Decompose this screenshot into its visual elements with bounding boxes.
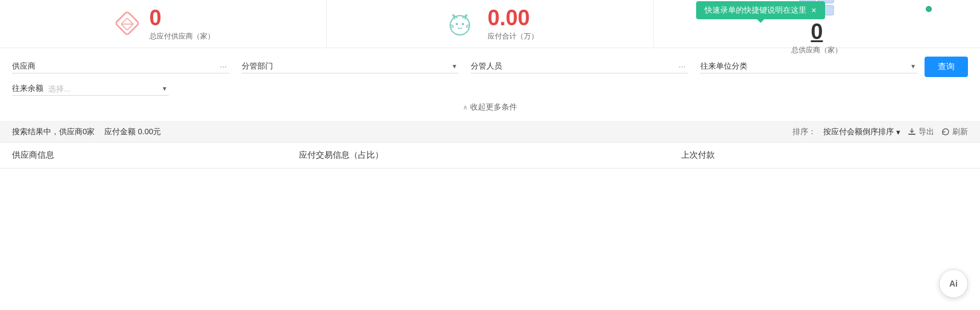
collapse-btn[interactable]: ∧ 收起更多条件 <box>12 98 968 116</box>
stat-payable-total-number: 0.00 <box>488 6 538 30</box>
sort-label: 排序： <box>793 126 816 137</box>
svg-point-7 <box>456 23 458 25</box>
department-select-wrap: ▾ <box>278 61 459 70</box>
unit-category-label: 往来单位分类 <box>700 61 747 72</box>
stat-total-payable-label: 总应付供应商（家） <box>149 31 215 42</box>
search-result-text: 搜索结果中，供应商0家 <box>12 126 95 137</box>
balance-select-wrap: ▾ <box>48 84 169 93</box>
result-right: 排序： 按应付会额倒序排序 ▾ 导出 刷新 <box>793 126 968 137</box>
svg-rect-17 <box>908 134 916 135</box>
stat-payable-total: 0.00 应付合计（万） <box>327 0 653 48</box>
sort-option-label: 按应付会额倒序排序 <box>823 126 894 137</box>
filter-supplier-group: 供应商 ··· <box>12 61 230 73</box>
svg-line-1 <box>121 18 127 24</box>
filter-row-2: 往来余额 ▾ <box>12 83 968 96</box>
balance-input[interactable] <box>48 84 160 93</box>
stat-total-payable-suppliers: 0 总应付供应商（家） <box>0 0 327 48</box>
collapse-arrow-icon: ∧ <box>463 104 468 111</box>
collapse-btn-label: 收起更多条件 <box>470 102 517 113</box>
ai-bubble[interactable]: Ai <box>939 269 968 298</box>
balance-label: 往来余额 <box>12 83 43 94</box>
unit-category-dropdown-btn[interactable]: ▾ <box>909 62 917 70</box>
table-header: 供应商信息 应付交易信息（占比） 上次付款 <box>0 143 980 169</box>
stat-total-suppliers-number: 0 <box>811 20 823 44</box>
export-button[interactable]: 导出 <box>908 126 934 137</box>
ai-label: Ai <box>949 279 958 288</box>
stat-total-suppliers: 快速录单的快捷键说明在这里 × 0 总供应商（家） <box>654 0 980 48</box>
filter-department-group: 分管部门 ▾ <box>242 61 459 73</box>
stat-total-suppliers-label: 总供应商（家） <box>791 45 842 55</box>
col-lastpay-header: 上次付款 <box>681 150 968 161</box>
department-input[interactable] <box>278 61 451 70</box>
filter-row-1: 供应商 ··· 分管部门 ▾ 分管人员 ··· 往来单位分类 ▾ 查询 <box>12 57 968 77</box>
result-left: 搜索结果中，供应商0家 应付金额 0.00元 <box>12 126 161 137</box>
refresh-button[interactable]: 刷新 <box>941 126 968 137</box>
cat-icon <box>442 6 478 42</box>
filter-area: 供应商 ··· 分管部门 ▾ 分管人员 ··· 往来单位分类 ▾ 查询 <box>0 48 980 122</box>
col-supplier-header: 供应商信息 <box>12 150 299 161</box>
tooltip-close-btn[interactable]: × <box>811 6 816 14</box>
balance-dropdown-btn[interactable]: ▾ <box>160 84 169 93</box>
svg-point-8 <box>462 23 464 25</box>
table-body <box>0 169 980 310</box>
unit-category-input[interactable] <box>752 61 909 70</box>
diamond-icon <box>112 9 142 39</box>
sort-arrow-icon: ▾ <box>896 128 900 137</box>
filter-person-group: 分管人员 ··· <box>471 61 688 73</box>
department-dropdown-btn[interactable]: ▾ <box>450 62 459 70</box>
filter-unit-category-group: 往来单位分类 ▾ <box>700 61 918 73</box>
refresh-icon <box>941 128 950 136</box>
stat-payable-total-content: 0.00 应付合计（万） <box>488 6 538 42</box>
supplier-label: 供应商 <box>12 61 41 72</box>
person-more-btn[interactable]: ··· <box>676 61 688 71</box>
person-label: 分管人员 <box>471 61 502 72</box>
supplier-input[interactable] <box>46 61 218 70</box>
svg-rect-0 <box>115 11 139 35</box>
unit-category-select-wrap: ▾ <box>752 61 918 70</box>
stats-bar: 0 总应付供应商（家） 0.00 应付合计（万） 快速录单的快捷键说明在这里 × <box>0 0 980 48</box>
tooltip-text: 快速录单的快捷键说明在这里 <box>705 5 806 16</box>
stat-total-payable-content: 0 总应付供应商（家） <box>149 6 215 42</box>
col-transaction-header: 应付交易信息（占比） <box>299 150 681 161</box>
supplier-more-btn[interactable]: ··· <box>218 61 230 71</box>
stat-total-payable-number: 0 <box>149 6 215 30</box>
department-label: 分管部门 <box>242 61 273 72</box>
result-bar: 搜索结果中，供应商0家 应付金额 0.00元 排序： 按应付会额倒序排序 ▾ 导… <box>0 122 980 143</box>
tooltip-dot <box>926 6 932 12</box>
tooltip-bubble: 快速录单的快捷键说明在这里 × <box>696 1 825 19</box>
query-button[interactable]: 查询 <box>925 57 968 77</box>
stat-payable-total-label: 应付合计（万） <box>488 31 538 42</box>
filter-balance-group: 往来余额 ▾ <box>12 83 169 96</box>
person-input[interactable] <box>507 61 676 70</box>
sort-button[interactable]: 按应付会额倒序排序 ▾ <box>823 126 900 137</box>
payable-amount-text: 应付金额 0.00元 <box>104 126 161 137</box>
export-icon <box>908 128 916 136</box>
svg-line-4 <box>127 18 133 24</box>
